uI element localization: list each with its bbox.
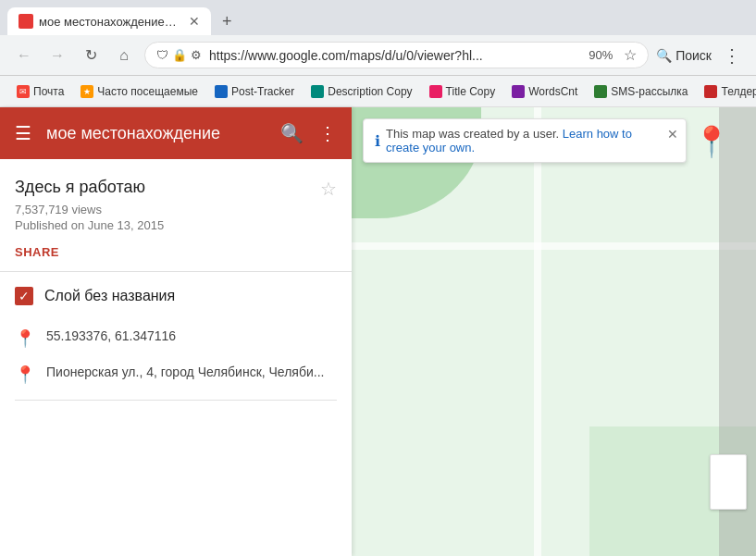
bookmark-tracker-icon: [215, 85, 228, 98]
reload-button[interactable]: ↻: [78, 43, 104, 68]
bookmark-desc-label: Description Copy: [328, 85, 412, 98]
location-item-2[interactable]: 📍 Пионерская ул., 4, город Челябинск, Че…: [15, 356, 337, 392]
tooltip-close-button[interactable]: ✕: [667, 127, 678, 142]
map-views: 7,537,719 views: [15, 203, 337, 216]
bookmarks-bar: ✉ Почта ★ Часто посещаемые Post-Tracker …: [0, 76, 756, 107]
bookmark-telderi[interactable]: Телдери: [697, 82, 756, 101]
bookmark-words-label: WordsCnt: [528, 85, 577, 98]
address-bar: ← → ↻ ⌂ 🛡 🔒 ⚙ https://www.google.com/map…: [0, 35, 756, 76]
layer-divider: [15, 400, 337, 401]
maps-header: ☰ мое местонахождение 🔍 ⋮: [0, 107, 352, 159]
security-icons: 🛡 🔒 ⚙: [156, 48, 202, 62]
shield-icon: 🛡: [156, 48, 168, 62]
bookmark-sms-label: SMS-рассылка: [611, 85, 688, 98]
info-icon: ℹ: [375, 132, 380, 150]
bookmark-title-icon: [429, 85, 442, 98]
back-button[interactable]: ←: [11, 43, 37, 68]
map-area[interactable]: ℹ This map was created by a user. Learn …: [352, 107, 756, 556]
bookmark-desc-icon: [311, 85, 324, 98]
maps-title: мое местонахождение: [46, 124, 266, 143]
location-pin-icon-2: 📍: [15, 364, 35, 385]
lock-icon: 🔒: [172, 48, 187, 62]
map-road-vertical: [534, 107, 541, 556]
checkmark-icon: ✓: [19, 289, 30, 303]
browser-menu-icon[interactable]: ⋮: [719, 43, 745, 68]
shield2-icon: ⚙: [191, 48, 202, 62]
hamburger-menu-icon[interactable]: ☰: [15, 122, 31, 144]
layer-section: ✓ Слой без названия 📍 55.193376, 61.3471…: [0, 272, 352, 401]
favorite-icon[interactable]: ☆: [320, 178, 337, 200]
bookmark-words[interactable]: WordsCnt: [504, 82, 585, 101]
map-info: Здесь я работаю 7,537,719 views Publishe…: [0, 159, 352, 272]
location-text-2: Пионерская ул., 4, город Челябинск, Челя…: [46, 364, 324, 382]
map-mini-controls: [710, 454, 747, 510]
bookmark-telderi-label: Телдери: [721, 85, 756, 98]
layer-checkbox[interactable]: ✓: [15, 287, 33, 305]
tab-close-button[interactable]: ✕: [189, 14, 200, 29]
bookmark-mail-icon: ✉: [17, 85, 30, 98]
forward-button[interactable]: →: [44, 43, 70, 68]
bookmark-tracker-label: Post-Tracker: [231, 85, 294, 98]
bookmark-desc[interactable]: Description Copy: [304, 82, 419, 101]
location-text-1: 55.193376, 61.347116: [46, 327, 176, 346]
bookmark-visited-label: Часто посещаемые: [97, 85, 198, 98]
maps-more-icon[interactable]: ⋮: [318, 122, 337, 144]
bookmark-mail[interactable]: ✉ Почта: [9, 82, 71, 101]
maps-search-icon[interactable]: 🔍: [280, 122, 304, 144]
info-tooltip-text: This map was created by a user. Learn ho…: [386, 127, 660, 154]
new-tab-button[interactable]: +: [215, 8, 240, 35]
home-button[interactable]: ⌂: [111, 43, 137, 68]
search-wrap: 🔍 Поиск: [656, 48, 712, 63]
info-tooltip: ℹ This map was created by a user. Learn …: [363, 118, 687, 163]
main-content: ☰ мое местонахождение 🔍 ⋮ Здесь я работа…: [0, 107, 756, 556]
layer-header: ✓ Слой без названия: [15, 287, 337, 305]
location-pin-icon-1: 📍: [15, 328, 35, 349]
bookmark-title-label: Title Copy: [446, 85, 496, 98]
tab-bar: мое местонахождение - Goog... ✕ +: [0, 0, 756, 35]
url-text[interactable]: https://www.google.com/maps/d/u/0/viewer…: [209, 48, 577, 63]
active-tab[interactable]: мое местонахождение - Goog... ✕: [7, 7, 211, 35]
search-label[interactable]: Поиск: [675, 48, 712, 63]
location-item-1[interactable]: 📍 55.193376, 61.347116: [15, 320, 337, 356]
bookmark-tracker[interactable]: Post-Tracker: [207, 82, 302, 101]
zoom-level: 90%: [589, 48, 613, 62]
bookmark-star-icon[interactable]: ☆: [624, 46, 637, 64]
bookmark-visited-icon: ★: [81, 85, 93, 98]
bookmark-words-icon: [512, 85, 525, 98]
bookmark-telderi-icon: [704, 85, 717, 98]
bookmark-title[interactable]: Title Copy: [422, 82, 503, 101]
bookmark-sms-icon: [594, 85, 607, 98]
tab-title: мое местонахождение - Goog...: [39, 15, 180, 29]
share-button[interactable]: SHARE: [15, 245, 59, 259]
map-published-date: Published on June 13, 2015: [15, 218, 337, 232]
map-road-horizontal: [352, 242, 756, 250]
search-icon: 🔍: [656, 48, 672, 63]
tab-favicon: [19, 14, 33, 29]
layer-name: Слой без названия: [44, 288, 175, 304]
sidebar: ☰ мое местонахождение 🔍 ⋮ Здесь я работа…: [0, 107, 352, 556]
bookmark-sms[interactable]: SMS-рассылка: [587, 82, 695, 101]
bookmark-mail-label: Почта: [33, 85, 64, 98]
map-name: Здесь я работаю: [15, 178, 337, 197]
address-input-wrap[interactable]: 🛡 🔒 ⚙ https://www.google.com/maps/d/u/0/…: [144, 42, 649, 68]
map-pin-marker[interactable]: 📍: [693, 124, 730, 159]
bookmark-visited[interactable]: ★ Часто посещаемые: [73, 82, 205, 101]
browser-chrome: мое местонахождение - Goog... ✕ + ← → ↻ …: [0, 0, 756, 107]
